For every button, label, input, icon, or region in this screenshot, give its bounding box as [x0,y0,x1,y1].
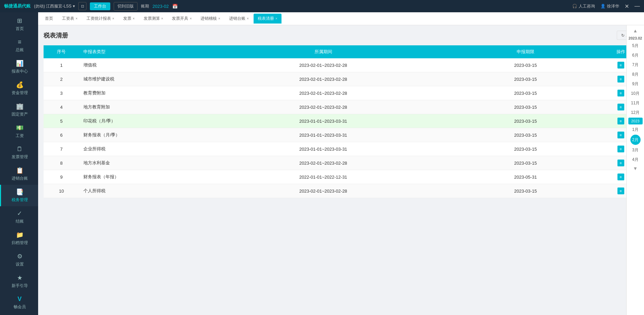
tab-purchase-ledger[interactable]: 进销台账 × [225,14,253,24]
sidebar-label-settings: 设置 [16,261,24,267]
cal-month-6[interactable]: 6月 [628,51,643,60]
tab-salary-table-close[interactable]: × [76,17,78,20]
tab-purchase-check[interactable]: 进销稽核 × [196,14,224,24]
sidebar-item-general-ledger[interactable]: ≡ 总账 [0,35,38,56]
cal-month-12[interactable]: 12月 [628,108,643,117]
cal-month-7[interactable]: 7月 [628,60,643,69]
action-view-icon[interactable]: ≡ [617,104,624,110]
action-view-icon[interactable]: ≡ [617,174,624,180]
sidebar-item-salary[interactable]: 💵 工资 [0,121,38,142]
switch-old-button[interactable]: 切到旧版 [114,2,138,11]
user-menu[interactable]: 👤 徐泽华 [600,3,619,9]
action-view-icon[interactable]: ≡ [617,90,624,96]
table-row: 9 财务报表（年报） 2022-01-01~2022-12-31 2023-05… [44,170,639,184]
action-view-icon[interactable]: ≡ [617,146,624,152]
sidebar-item-invoice-mgmt[interactable]: 🗒 发票管理 [0,142,38,163]
sidebar-label-home: 首页 [16,26,24,32]
settings-icon: ⚙ [17,253,22,260]
tab-purchase-check-close[interactable]: × [218,17,220,20]
tab-tax-register[interactable]: 税表清册 × [254,14,281,24]
cal-month-5[interactable]: 5月 [628,41,643,50]
copy-icon[interactable]: ⊡ [78,2,86,10]
table-row: 8 地方水利基金 2023-02-01~2023-02-28 2023-03-1… [44,156,639,170]
cell-type: 财务报表（月/季） [79,128,198,142]
headset-icon: 🎧 [572,4,577,9]
action-view-icon[interactable]: ≡ [617,62,624,69]
content-area: 首页 工资表 × 工资统计报表 × 发票 × 发票测算 × 发票开具 × [38,12,644,315]
sidebar-item-settings[interactable]: ⚙ 设置 [0,249,38,271]
sidebar-item-report-center[interactable]: 📊 报表中心 [0,56,38,78]
period-label: 账期 [141,3,149,9]
sidebar-item-new-guide[interactable]: ★ 新手引导 [0,271,38,292]
ai-consult-button[interactable]: 🎧 人工咨询 [572,3,595,9]
cell-type: 地方教育附加 [79,100,198,114]
cal-month-8[interactable]: 8月 [628,70,643,79]
purchase-icon: 📋 [16,167,23,174]
tab-salary-table-label: 工资表 [62,16,74,21]
cal-nav-down[interactable]: ▼ [631,164,640,172]
cell-type: 教育费附加 [79,86,198,100]
sidebar-label-general-ledger: 总账 [16,47,24,53]
sidebar-item-purchase-sales[interactable]: 📋 进销台账 [0,163,38,185]
cal-month-3[interactable]: 3月 [628,146,643,154]
cal-month-1[interactable]: 1月 [628,125,643,134]
fund-icon: 💰 [16,81,23,89]
cal-nav-up[interactable]: ▲ [631,27,640,35]
table-row: 4 地方教育附加 2023-02-01~2023-02-28 2023-03-1… [44,100,639,114]
sidebar-item-fund-mgmt[interactable]: 💰 资金管理 [0,78,38,99]
action-view-icon[interactable]: ≡ [617,160,624,166]
col-deadline: 申报期限 [448,45,603,58]
action-view-icon[interactable]: ≡ [617,76,624,82]
sidebar-item-archive-mgmt[interactable]: 📁 归档管理 [0,228,38,249]
cal-month-4[interactable]: 4月 [628,155,643,164]
tab-home[interactable]: 首页 [41,14,57,24]
company-selector[interactable]: (勿动) 江西服宜-LSS ▾ [34,3,75,9]
workbench-button[interactable]: 工作台 [90,2,110,10]
tab-tax-register-label: 税表清册 [258,16,274,21]
minimize-icon[interactable]: — [634,3,640,9]
tab-salary-stats-label: 工资统计报表 [86,16,111,21]
tab-invoice-open-close[interactable]: × [190,17,192,20]
close-window-icon[interactable]: ✕ [625,3,629,10]
invoice-icon: 🗒 [17,146,23,153]
tab-tax-register-close[interactable]: × [275,17,277,20]
page-header: 税表清册 ↻ 刷新 [44,31,639,40]
cell-type: 企业所得税 [79,142,198,156]
calendar-icon[interactable]: 📅 [172,4,178,9]
sidebar-item-settlement[interactable]: ✓ 结账 [0,206,38,228]
tab-purchase-ledger-close[interactable]: × [247,17,249,20]
tab-invoice-open[interactable]: 发票开具 × [168,14,196,24]
cell-type: 增值税 [79,58,198,72]
sidebar-label-purchase-sales: 进销台账 [12,176,28,181]
cell-type: 地方水利基金 [79,156,198,170]
cell-type: 个人所得税 [79,184,198,198]
tax-icon: 📑 [16,188,23,196]
tab-invoice-close[interactable]: × [133,17,135,20]
sidebar-item-tax-mgmt[interactable]: 📑 税务管理 [0,185,38,206]
tab-salary-stats-close[interactable]: × [112,17,114,20]
main-layout: ⊞ 首页 ≡ 总账 📊 报表中心 💰 资金管理 🏢 固定资产 💵 工资 🗒 发票… [0,12,644,315]
cell-deadline: 2023-05-31 [448,170,603,184]
cal-month-10[interactable]: 10月 [628,89,643,98]
tab-invoice[interactable]: 发票 × [119,14,139,24]
cell-deadline: 2023-03-15 [448,184,603,198]
tab-invoice-calc-close[interactable]: × [161,17,163,20]
tab-salary-stats[interactable]: 工资统计报表 × [82,14,118,24]
cal-month-11[interactable]: 11月 [628,99,643,107]
cell-deadline: 2023-03-15 [448,72,603,86]
cal-month-9[interactable]: 9月 [628,79,643,88]
action-view-icon[interactable]: ≡ [617,188,624,194]
cal-month-2-active[interactable]: 2月 [630,135,641,145]
sidebar-footer-unpin[interactable]: ◁ 取消固定 [0,313,38,315]
sidebar-label-member: 畅会员 [14,304,26,310]
sidebar-item-home[interactable]: ⊞ 首页 [0,14,38,35]
tab-salary-table[interactable]: 工资表 × [58,14,82,24]
table-row: 2 城市维护建设税 2023-02-01~2023-02-28 2023-03-… [44,72,639,86]
tab-invoice-calc[interactable]: 发票测算 × [140,14,167,24]
sidebar-label-invoice-mgmt: 发票管理 [12,154,28,160]
action-view-icon[interactable]: ≡ [617,118,624,124]
table-row: 7 企业所得税 2023-01-01~2023-03-31 2023-03-15… [44,142,639,156]
sidebar-item-fixed-assets[interactable]: 🏢 固定资产 [0,99,38,121]
action-view-icon[interactable]: ≡ [617,132,624,138]
sidebar-item-member[interactable]: V 畅会员 [0,292,38,313]
